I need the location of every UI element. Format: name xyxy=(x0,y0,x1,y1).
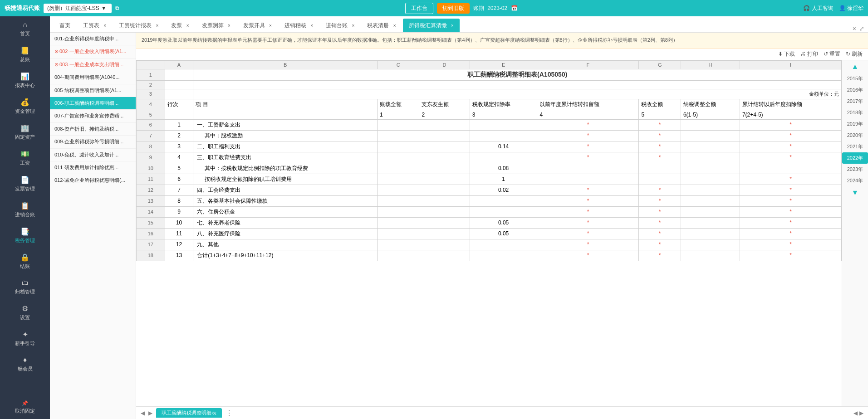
refresh-button[interactable]: ↻ 刷新 xyxy=(846,50,863,58)
sidebar-item-label: 首页 xyxy=(20,30,30,37)
scroll-left-icon[interactable]: ◀ xyxy=(141,410,145,416)
list-item-008[interactable]: 008-资产折旧、摊销及纳税... xyxy=(50,123,136,136)
year-item-2019[interactable]: 2019年 xyxy=(842,118,868,130)
switch-button[interactable]: 切到旧版 xyxy=(437,3,470,14)
list-item-010[interactable]: 010-免税、减计收入及加计... xyxy=(50,149,136,161)
tab-expand[interactable]: ⤢ xyxy=(859,25,864,32)
sidebar-item-capital[interactable]: 💰 资金管理 xyxy=(0,93,50,119)
close-icon[interactable]: × xyxy=(310,23,313,28)
list-item-009[interactable]: 009-企业所得税弥补亏损明细... xyxy=(50,136,136,148)
sidebar-item-label: 工资 xyxy=(20,160,30,166)
year-item-2021[interactable]: 2021年 xyxy=(842,141,868,152)
table-row: 13 8 五、各类基本社会保障性缴款 * * xyxy=(137,195,842,206)
print-button[interactable]: 🖨 打印 xyxy=(800,50,818,58)
close-icon[interactable]: × xyxy=(186,23,189,28)
sheet-unit: 金额单位：元 xyxy=(193,89,842,99)
table-row: 10 5 其中：按税收规定比例扣除的职工教育经费 0.08 xyxy=(137,163,842,174)
sidebar-item-label: 结账 xyxy=(20,263,30,270)
sidebar-item-ledger[interactable]: 📒 总账 xyxy=(0,42,50,68)
reset-button[interactable]: ↺ 重置 xyxy=(824,50,840,58)
list-item-011[interactable]: 011-研发费用加计扣除优惠... xyxy=(50,161,136,174)
year-item-2018[interactable]: 2018年 xyxy=(842,107,868,118)
close-icon[interactable]: × xyxy=(156,23,159,28)
sidebar-item-invoice[interactable]: 📄 发票管理 xyxy=(0,171,50,197)
tab-invoice-open[interactable]: 发票开具 × xyxy=(237,19,278,32)
tab-purchase-ledger[interactable]: 进销台账 × xyxy=(320,19,360,32)
sidebar-item-label: 税务管理 xyxy=(15,237,35,244)
sidebar-item-assets[interactable]: 🏢 固定资产 xyxy=(0,119,50,145)
col-header-I: I xyxy=(740,60,841,69)
scroll-bottom-left[interactable]: ◀ xyxy=(853,410,858,416)
download-icon: ⬇ xyxy=(778,51,783,57)
company-selector[interactable]: (勿删）江西皑宝-LSS ▼ xyxy=(44,4,112,13)
list-item-003[interactable]: ⊙003-一般企业成本支出明细... xyxy=(50,58,136,71)
close-icon[interactable]: × xyxy=(228,23,230,28)
sidebar-item-label: 固定资产 xyxy=(15,134,35,141)
copy-icon[interactable]: ⧉ xyxy=(115,5,119,11)
list-item-006[interactable]: 006-职工薪酬纳税调整明细... xyxy=(50,97,136,110)
year-item-2023[interactable]: 2023年 xyxy=(842,164,868,175)
list-item-001[interactable]: 001-企业所得税年度纳税申... xyxy=(50,33,136,45)
tab-purchase-check[interactable]: 进销稽核 × xyxy=(279,19,319,32)
tab-invoice-calc[interactable]: 发票测算 × xyxy=(196,19,236,32)
tab-bar: 首页 工资表 × 工资统计报表 × 发票 × 发票测算 × 发票开具 × 进销稽… xyxy=(50,16,868,33)
list-item-005[interactable]: 005-纳税调整项目明细表(A1... xyxy=(50,84,136,97)
tab-salary[interactable]: 工资表 × xyxy=(77,19,112,32)
sheet-tab[interactable]: 职工薪酬纳税调整明细表 xyxy=(156,408,222,418)
close-icon[interactable]: × xyxy=(269,23,272,28)
year-item-2022[interactable]: 2022年 xyxy=(842,152,868,164)
download-button[interactable]: ⬇ 下载 xyxy=(778,50,795,58)
sidebar-item-settings[interactable]: ⚙ 设置 xyxy=(0,300,50,326)
table-row-header: 4 行次 项 目 账载全额 支东友生额 税收规定扣除率 以前年度累计结转扣留额 … xyxy=(137,99,842,110)
workspace-button[interactable]: 工作台 xyxy=(405,3,433,14)
scroll-right-icon[interactable]: ▶ xyxy=(148,410,152,416)
list-item-007[interactable]: 007-广告宣传和业务宣传费赠... xyxy=(50,110,136,122)
sidebar-item-tax[interactable]: 📑 税务管理 xyxy=(0,223,50,248)
close-icon[interactable]: × xyxy=(393,23,396,28)
sidebar-item-member[interactable]: ♦ 畅会员 xyxy=(0,351,50,377)
year-item-2017[interactable]: 2017年 xyxy=(842,96,868,107)
list-item-004[interactable]: 004-期间费用明细表(A1040... xyxy=(50,71,136,84)
user-avatar[interactable]: 👤 徐淫华 xyxy=(839,5,863,12)
year-item-2020[interactable]: 2020年 xyxy=(842,130,868,141)
close-icon[interactable]: × xyxy=(103,23,106,28)
year-item-2024[interactable]: 2024年 xyxy=(842,175,868,186)
year-nav-up[interactable]: ▲ xyxy=(849,60,861,73)
sheet-menu-icon[interactable]: ⋮ xyxy=(226,409,233,417)
close-icon[interactable]: × xyxy=(451,23,454,28)
table-row: 14 9 六、住房公积金 * * xyxy=(137,206,842,217)
sidebar-item-closing[interactable]: 🔒 结账 xyxy=(0,248,50,274)
col-header-H: H xyxy=(681,60,740,69)
sidebar-item-report[interactable]: 📊 报表中心 xyxy=(0,68,50,93)
close-icon[interactable]: × xyxy=(352,23,354,28)
sidebar-item-purchase[interactable]: 📋 进销台账 xyxy=(0,197,50,223)
archive-icon: 🗂 xyxy=(21,279,29,287)
tab-close-all[interactable]: × xyxy=(853,25,856,32)
list-item-002[interactable]: ⊙002-一般企业收入明细表(A1... xyxy=(50,45,136,58)
support-link[interactable]: 🎧 人工客询 xyxy=(803,5,833,12)
list-item-012[interactable]: 012-减免企业所得税优惠明细(... xyxy=(50,174,136,187)
sidebar-item-label: 新手引导 xyxy=(15,340,35,347)
year-nav-down[interactable]: ▼ xyxy=(849,186,861,199)
table-row: 8 3 二、职工福利支出 0.14 * * xyxy=(137,141,842,152)
tab-income-tax[interactable]: 所得税汇算清缴 × xyxy=(403,19,460,32)
tab-invoice[interactable]: 发票 × xyxy=(165,19,195,32)
sidebar-item-home[interactable]: ⌂ 首页 xyxy=(0,16,50,42)
calendar-icon[interactable]: 📅 xyxy=(511,5,518,11)
sidebar-item-label: 进销台账 xyxy=(15,211,35,218)
year-item-2015[interactable]: 2015年 xyxy=(842,73,868,84)
tab-home[interactable]: 首页 xyxy=(54,19,76,32)
cancel-pin-button[interactable]: 📌 取消固定 xyxy=(0,396,50,419)
tab-salary-stat[interactable]: 工资统计报表 × xyxy=(113,19,164,32)
avatar-icon: 👤 xyxy=(839,5,846,11)
sheet-title: 职工薪酬纳税调整明细表(A105050) xyxy=(193,69,842,80)
sidebar-item-wizard[interactable]: ✦ 新手引导 xyxy=(0,326,50,351)
sidebar-item-salary[interactable]: 💵 工资 xyxy=(0,145,50,171)
year-item-2016[interactable]: 2016年 xyxy=(842,84,868,96)
sidebar-item-label: 资金管理 xyxy=(15,108,35,115)
table-row-subheader: 5 1 2 3 4 5 6(1-5) xyxy=(137,110,842,119)
tab-tax-clear[interactable]: 税表清册 × xyxy=(361,19,402,32)
sidebar-item-label: 畅会员 xyxy=(18,365,33,372)
sidebar-item-archive[interactable]: 🗂 归档管理 xyxy=(0,274,50,300)
scroll-bottom-right[interactable]: ▶ xyxy=(859,410,863,416)
